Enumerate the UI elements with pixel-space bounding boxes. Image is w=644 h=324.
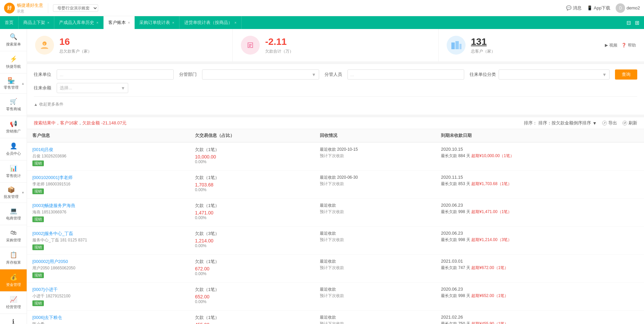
department-arrow: ▼: [312, 72, 316, 77]
unit-category-select[interactable]: ▼: [499, 69, 610, 80]
sort-dropdown[interactable]: 排序： 排序：按欠款金额倒序排序 ▼: [524, 120, 597, 126]
help-btn[interactable]: ❓ 帮助: [621, 42, 636, 48]
table-row: [0006]去下粮仓 陈小希 现销 欠款（1笔） 455.90 0.00% 最近…: [27, 311, 644, 324]
sidebar-item-base-info[interactable]: ℹ 基础信息: [0, 314, 27, 324]
video-btn[interactable]: ▶ 视频: [605, 42, 617, 48]
search-button[interactable]: 查询: [615, 69, 637, 80]
collapse-btn[interactable]: ▲ 收起更多条件: [34, 99, 637, 109]
sidebar-item-retail-store[interactable]: 🛒 零售商城: [0, 94, 27, 116]
overdue-amount-link[interactable]: 超期¥1,214.00（3笔）: [471, 237, 512, 242]
marketing-icon: 📢: [10, 120, 17, 127]
customer-info-cell: [0007]小进千 小进千 18279152100 现销: [27, 283, 190, 311]
debt-amount[interactable]: 10,000.00: [195, 154, 309, 159]
tab-customer[interactable]: 客户账本 ×: [104, 16, 135, 29]
sidebar-item-batch-mgmt[interactable]: 📦 批发管理 ▼: [0, 183, 27, 203]
user-menu[interactable]: D demo2: [616, 3, 640, 13]
debt-amount-info: -2.11 欠款合计（万）: [265, 36, 293, 54]
sidebar-item-retail-mgmt[interactable]: 🏪 零售管理 ▲: [0, 73, 27, 94]
customer-name-link[interactable]: [0007]小进千: [32, 287, 184, 293]
debt-info-cell: 欠款（1笔） 1,703.68 0.00%: [190, 171, 314, 199]
tab-purchase[interactable]: 采购订单统计表 ×: [135, 16, 179, 29]
sidebar-item-retail-stats[interactable]: 📊 零售统计: [0, 160, 27, 183]
overdue-amount-link[interactable]: 超期¥652.00（1笔）: [471, 293, 508, 298]
total-customers-value: 131: [471, 36, 495, 47]
customer-info-cell: [0006]去下粮仓 陈小希 现销: [27, 311, 190, 324]
overdue-amount-link[interactable]: 超期¥10,000.00（1笔）: [471, 153, 514, 158]
filter-unit-category: 往来单位分类 ▼: [470, 69, 610, 80]
help-icon: ❓: [621, 43, 626, 48]
customer-sub: 小进千 18279152100: [32, 293, 184, 299]
balance-arrow: ▼: [121, 86, 125, 91]
debt-count: 欠款（1笔）: [195, 259, 309, 265]
debt-amount[interactable]: 672.00: [195, 266, 309, 271]
inventory-check-icon: 📋: [10, 251, 17, 259]
due-date-cell: 2020.10.15 最长欠款 884 天 超期¥10,000.00（1笔）: [436, 142, 644, 171]
debt-amount[interactable]: 1,471.00: [195, 210, 309, 215]
customer-name-link[interactable]: [0003]畅捷服务尹海燕: [32, 203, 184, 209]
debt-count: 欠款（1笔）: [195, 147, 309, 153]
sidebar-item-search[interactable]: 🔍 搜索菜单: [0, 29, 27, 51]
sidebar-item-ops-mgmt[interactable]: 📈 经营管理: [0, 292, 27, 314]
sidebar-item-ecom[interactable]: 💻 电商管理: [0, 203, 27, 225]
debt-info-cell: 欠款（1笔） 1,471.00 0.00%: [190, 199, 314, 227]
message-btn[interactable]: 💬 消息: [566, 5, 582, 11]
recovery-cell: 最近收款 预计下次收款: [314, 199, 436, 227]
sidebar-item-finance[interactable]: 💰 资金管理: [0, 269, 27, 292]
refresh-btn[interactable]: ↺ 刷新: [622, 120, 637, 126]
max-debt-days: 最长欠款 998 天: [441, 209, 471, 214]
tab-close-products[interactable]: ×: [47, 21, 49, 25]
customer-name-link[interactable]: [0016]吕俊: [32, 147, 184, 153]
overdue-amount-link[interactable]: 超期¥672.00（1笔）: [471, 265, 508, 270]
app-download-btn[interactable]: 📱 App下载: [587, 5, 610, 11]
sidebar-item-marketing[interactable]: 📢 营销推广: [0, 116, 27, 138]
customer-name-link[interactable]: [0006]去下粮仓: [32, 315, 184, 321]
tab-home[interactable]: 首页: [0, 16, 19, 29]
customer-name-link[interactable]: [0001020001]李老师: [32, 175, 184, 181]
total-customers-info: 131 总客户（家）: [471, 36, 495, 54]
customer-sub: 海燕 18513066976: [32, 209, 184, 215]
customer-info-cell: [0016]吕俊 吕俊 13026203696 现销: [27, 142, 190, 171]
ops-mgmt-icon: 📈: [10, 296, 17, 303]
tab-expand-btn[interactable]: ⊞: [634, 18, 641, 27]
tab-close-production[interactable]: ×: [96, 21, 98, 25]
filter-area: 往来单位 ... 分管部门 ▼ 分管人员 ...: [27, 64, 644, 115]
balance-select[interactable]: 选择... ▼: [57, 83, 128, 93]
customer-name-link[interactable]: [000002]用户2050: [32, 259, 184, 265]
debt-percent: 0.00%: [195, 187, 309, 192]
overdue-info: 最长欠款 998 天 超期¥1,471.00（1笔）: [441, 209, 639, 215]
tab-inventory[interactable]: 进货单统计表（按商品） ×: [179, 16, 242, 29]
sidebar-item-purchase[interactable]: 🛍 采购管理: [0, 225, 27, 247]
debt-customers-info: 16 总欠款客户（家）: [59, 36, 92, 54]
person-input[interactable]: ...: [347, 69, 465, 80]
debt-amount[interactable]: 652.00: [195, 294, 309, 299]
sidebar-collapse-link[interactable]: 示意: [17, 9, 43, 14]
debt-amount-label: 欠款合计（万）: [265, 49, 293, 54]
overdue-amount-link[interactable]: 超期¥1,703.68（1笔）: [471, 181, 512, 186]
sidebar-item-member[interactable]: 👤 会员中心: [0, 138, 27, 160]
debt-info-cell: 欠款（3笔） 1,214.00 0.00%: [190, 227, 314, 255]
debt-amount[interactable]: 1,703.68: [195, 182, 309, 187]
refresh-icon: ↺: [622, 121, 627, 125]
customer-name-link[interactable]: [0002]服务中心_丁磊: [32, 231, 184, 237]
filter-source-unit: 往来单位 ...: [34, 69, 174, 80]
overdue-amount-link[interactable]: 超期¥1,471.00（1笔）: [471, 209, 512, 214]
tab-close-inventory[interactable]: ×: [234, 21, 236, 25]
debt-amount[interactable]: 1,214.00: [195, 238, 309, 243]
due-date-cell: 2020.06.23 最长欠款 998 天 超期¥652.00（1笔）: [436, 283, 644, 311]
tab-production[interactable]: 产成品入库单历史 ×: [54, 16, 103, 29]
company-select[interactable]: 母婴行业演示账套: [53, 4, 98, 12]
total-customers-label: 总客户（家）: [471, 49, 495, 54]
customer-info-cell: [0001020001]李老师 李老师 18600391516 现销: [27, 171, 190, 199]
sidebar-item-inventory-check[interactable]: 📋 库存核算: [0, 247, 27, 269]
overdue-amount-link[interactable]: 超期¥455.90（1笔）: [471, 321, 508, 324]
tab-close-customer[interactable]: ×: [128, 21, 130, 25]
debt-amount[interactable]: 455.90: [195, 322, 309, 324]
debt-info-cell: 欠款（1笔） 455.90 0.00%: [190, 311, 314, 324]
tab-products[interactable]: 商品上下架 ×: [19, 16, 54, 29]
sidebar-item-quick-nav[interactable]: ⚡ 快捷导航: [0, 51, 27, 73]
export-btn[interactable]: ↗ 导出: [602, 120, 617, 126]
source-unit-input[interactable]: ...: [57, 69, 174, 80]
tab-shrink-btn[interactable]: ⊟: [625, 18, 632, 27]
department-select[interactable]: ▼: [202, 69, 319, 80]
tab-close-purchase[interactable]: ×: [172, 21, 174, 25]
